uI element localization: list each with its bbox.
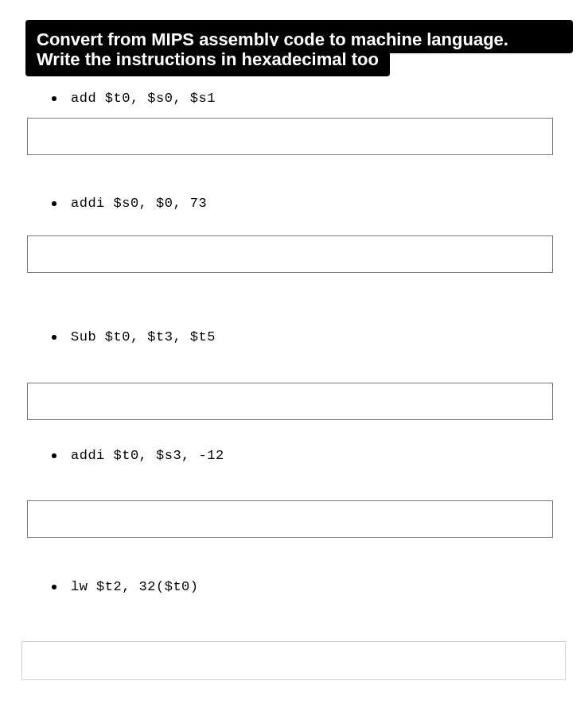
instruction-code-2: addi $s0, $0, 73 xyxy=(71,196,207,211)
instruction-item-5: lw $t2, 32($t0) xyxy=(52,579,199,594)
bullet-icon xyxy=(52,585,56,589)
bullet-icon xyxy=(52,335,56,340)
answer-box-1[interactable] xyxy=(27,118,553,155)
instruction-code-4: addi $t0, $s3, -12 xyxy=(71,448,224,463)
answer-box-5[interactable] xyxy=(21,641,566,680)
bullet-icon xyxy=(52,96,56,101)
answer-box-2[interactable] xyxy=(27,235,553,273)
answer-box-4[interactable] xyxy=(27,500,553,538)
header-text-line2: Write the instructions in hexadecimal to… xyxy=(37,49,379,69)
instruction-item-3: Sub $t0, $t3, $t5 xyxy=(52,329,216,344)
bullet-icon xyxy=(52,453,56,458)
instruction-code-5: lw $t2, 32($t0) xyxy=(71,579,199,594)
instruction-item-1: add $t0, $s0, $s1 xyxy=(52,91,216,106)
instruction-item-2: addi $s0, $0, 73 xyxy=(52,196,207,211)
answer-box-3[interactable] xyxy=(27,383,553,420)
instruction-code-1: add $t0, $s0, $s1 xyxy=(71,91,216,106)
instruction-item-4: addi $t0, $s3, -12 xyxy=(52,448,224,463)
question-header-line2: Write the instructions in hexadecimal to… xyxy=(25,46,390,76)
instruction-code-3: Sub $t0, $t3, $t5 xyxy=(71,329,216,344)
bullet-icon xyxy=(52,201,56,206)
